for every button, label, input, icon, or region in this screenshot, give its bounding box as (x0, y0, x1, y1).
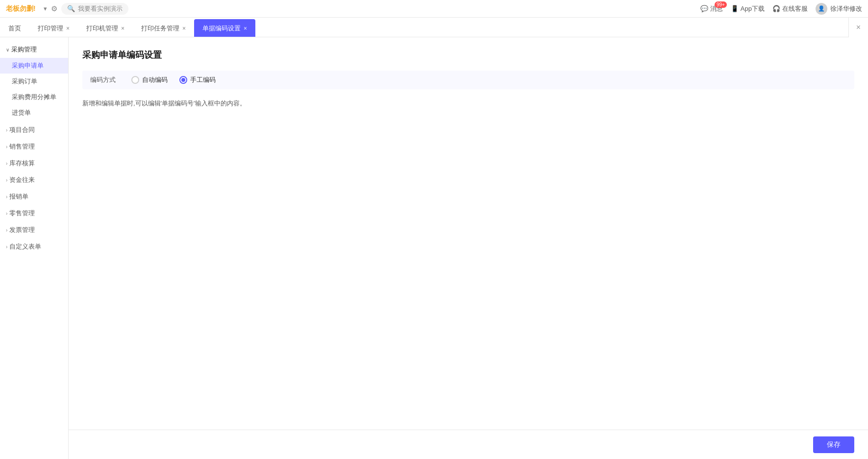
sidebar-item-inventory[interactable]: › 库存核算 (0, 155, 68, 172)
top-bar-left: 老板勿删! ▾ ⚙ 🔍 我要看实例演示 (6, 3, 128, 15)
save-button[interactable]: 保存 (813, 436, 854, 453)
tab-print-task-mgmt-label: 打印任务管理 (141, 24, 179, 33)
sidebar-item-purchase-order[interactable]: 采购订单 (0, 74, 68, 89)
sidebar-item-custom-form[interactable]: › 自定义表单 (0, 238, 68, 255)
sidebar-item-capital-label: 资金往来 (9, 176, 35, 184)
tab-print-task-mgmt-close[interactable]: × (182, 25, 186, 32)
sidebar-item-retail-mgmt-label: 零售管理 (9, 209, 35, 218)
tab-barcode-setting-label: 单据编码设置 (202, 24, 241, 33)
content-area: 采购申请单编码设置 编码方式 自动编码 手工编码 新增和编辑单据时,可以编辑'单… (69, 37, 868, 459)
chevron-right-icon: › (6, 178, 7, 183)
search-placeholder: 我要看实例演示 (78, 4, 123, 13)
global-close-btn[interactable]: × (848, 18, 868, 37)
tab-print-mgmt-label: 打印管理 (38, 24, 63, 33)
user-info[interactable]: 👤 徐泽华修改 (816, 3, 862, 15)
headset-icon: 🎧 (772, 5, 780, 12)
sidebar-item-purchase-expense[interactable]: 采购费用分摊单 (0, 89, 68, 105)
encoding-label: 编码方式 (90, 76, 120, 84)
sidebar-item-capital[interactable]: › 资金往来 (0, 172, 68, 188)
tab-print-mgmt[interactable]: 打印管理 × (29, 19, 78, 37)
app-download-label: App下载 (741, 4, 765, 13)
sidebar-item-purchase-request[interactable]: 采购申请单 (0, 58, 68, 74)
sidebar-item-custom-form-label: 自定义表单 (9, 242, 41, 251)
message-badge: 99+ (715, 1, 727, 8)
encoding-row: 编码方式 自动编码 手工编码 (82, 71, 854, 89)
tab-print-task-mgmt[interactable]: 打印任务管理 × (133, 19, 194, 37)
sidebar-item-purchase-expense-label: 采购费用分摊单 (12, 93, 56, 101)
main-layout: ∨ 采购管理 采购申请单 采购订单 采购费用分摊单 进货单 › 项目合同 › (0, 37, 868, 459)
settings-icon[interactable]: ⚙ (51, 4, 57, 13)
auto-encoding-option[interactable]: 自动编码 (131, 76, 168, 84)
sidebar-item-retail-mgmt[interactable]: › 零售管理 (0, 205, 68, 222)
app-download-btn[interactable]: 📱 App下载 (731, 4, 765, 13)
manual-encoding-radio[interactable] (179, 76, 187, 84)
chevron-right-icon: › (6, 211, 7, 216)
sidebar-item-inventory-label: 库存核算 (9, 159, 35, 168)
user-name: 徐泽华修改 (830, 4, 862, 13)
sidebar-item-invoice-mgmt-label: 发票管理 (9, 226, 35, 234)
chevron-right-icon: › (6, 161, 7, 166)
content-footer: 保存 (69, 430, 868, 459)
chevron-right-icon: › (6, 128, 7, 133)
download-icon: 📱 (731, 5, 739, 12)
online-service-label: 在线客服 (782, 4, 808, 13)
auto-encoding-radio[interactable] (131, 76, 139, 84)
online-service-btn[interactable]: 🎧 在线客服 (772, 4, 808, 13)
top-bar: 老板勿删! ▾ ⚙ 🔍 我要看实例演示 💬 消息 99+ 📱 App下载 🎧 在… (0, 0, 868, 18)
app-logo: 老板勿删! (6, 4, 36, 13)
tab-printer-mgmt-label: 打印机管理 (86, 24, 118, 33)
content-inner: 采购申请单编码设置 编码方式 自动编码 手工编码 新增和编辑单据时,可以编辑'单… (69, 37, 868, 430)
chevron-right-icon: › (6, 194, 7, 200)
sidebar-item-project-contract[interactable]: › 项目合同 (0, 122, 68, 138)
sidebar-item-invoice-mgmt[interactable]: › 发票管理 (0, 222, 68, 238)
sidebar-item-sales-mgmt[interactable]: › 销售管理 (0, 138, 68, 155)
sidebar-item-inbound-label: 进货单 (12, 109, 31, 116)
sidebar: ∨ 采购管理 采购申请单 采购订单 采购费用分摊单 进货单 › 项目合同 › (0, 37, 69, 459)
top-bar-right: 💬 消息 99+ 📱 App下载 🎧 在线客服 👤 徐泽华修改 (700, 3, 862, 15)
message-btn[interactable]: 💬 消息 99+ (700, 4, 723, 13)
tab-home[interactable]: 首页 (0, 19, 29, 37)
sidebar-item-returns-label: 报销单 (9, 192, 28, 201)
sidebar-group-purchase-mgmt-label: 采购管理 (11, 45, 37, 54)
chevron-down-icon: ∨ (6, 47, 9, 52)
page-title: 采购申请单编码设置 (82, 49, 854, 61)
tab-printer-mgmt-close[interactable]: × (121, 25, 124, 32)
sidebar-item-purchase-request-label: 采购申请单 (12, 62, 44, 69)
tab-bar: 首页 打印管理 × 打印机管理 × 打印任务管理 × 单据编码设置 × × (0, 18, 868, 37)
sidebar-item-purchase-order-label: 采购订单 (12, 77, 37, 85)
sidebar-group-purchase-mgmt-title[interactable]: ∨ 采购管理 (0, 41, 68, 58)
tab-barcode-setting[interactable]: 单据编码设置 × (194, 19, 255, 37)
description-text: 新增和编辑单据时,可以编辑'单据编码号'输入框中的内容。 (82, 99, 854, 108)
tab-print-mgmt-close[interactable]: × (66, 25, 70, 32)
close-icon: × (856, 23, 861, 32)
tab-printer-mgmt[interactable]: 打印机管理 × (78, 19, 133, 37)
manual-encoding-option[interactable]: 手工编码 (179, 76, 216, 84)
search-bar[interactable]: 🔍 我要看实例演示 (61, 3, 128, 15)
chevron-right-icon: › (6, 228, 7, 233)
avatar: 👤 (816, 3, 827, 15)
dropdown-icon[interactable]: ▾ (44, 5, 47, 12)
sidebar-item-sales-mgmt-label: 销售管理 (9, 142, 35, 151)
auto-encoding-label: 自动编码 (142, 76, 168, 84)
manual-encoding-label: 手工编码 (190, 76, 216, 84)
sidebar-item-inbound[interactable]: 进货单 (0, 105, 68, 121)
sidebar-item-project-contract-label: 项目合同 (9, 126, 35, 134)
chevron-right-icon: › (6, 244, 7, 250)
search-icon: 🔍 (67, 5, 75, 12)
message-icon: 💬 (700, 5, 708, 12)
chevron-right-icon: › (6, 144, 7, 150)
sidebar-group-purchase-mgmt: ∨ 采购管理 采购申请单 采购订单 采购费用分摊单 进货单 (0, 41, 68, 121)
sidebar-item-returns[interactable]: › 报销单 (0, 188, 68, 205)
tab-barcode-setting-close[interactable]: × (244, 25, 247, 32)
tab-home-label: 首页 (8, 24, 21, 33)
